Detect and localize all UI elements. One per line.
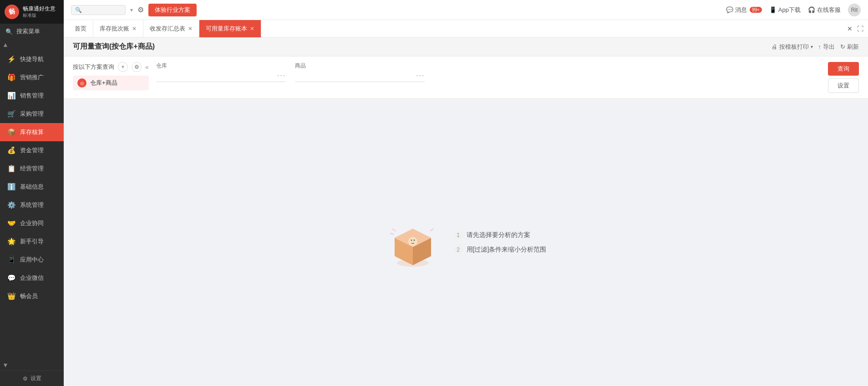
close-all-tabs-button[interactable]: ✕ [847,25,853,32]
tab-collect-summary[interactable]: 收发存汇总表 ✕ [143,20,199,37]
svg-point-6 [411,240,412,241]
tab-close-batch-account[interactable]: ✕ [132,26,137,32]
member-icon: 👑 [7,292,15,300]
sidebar-item-system[interactable]: ⚙️ 系统管理 [0,196,64,214]
enterprise-icon: 🤝 [7,219,15,227]
sidebar-item-operations[interactable]: 📋 经营管理 [0,160,64,178]
tab-close-available-ledger[interactable]: ✕ [250,26,254,32]
page-content: 可用量查询(按仓库+商品) 🖨 按模板打印 ▾ ↑ 导出 ↻ 刷新 [64,37,868,386]
online-service-button[interactable]: 🎧 在线客服 [808,6,841,14]
filter-area: 按以下方案查询 + ⚙ « ◎ 仓库+商品 仓库 ··· [64,57,868,99]
main-content: 🔍 ▾ ⚙ 体验行业方案 💬 消息 99+ 📱 App下载 🎧 在线客服 Rit [64,0,868,386]
product-more-button[interactable]: ··· [416,72,425,80]
export-icon: ↑ [818,43,822,50]
sidebar-item-app-center[interactable]: 📱 应用中心 [0,251,64,269]
trial-button[interactable]: 体验行业方案 [148,4,197,16]
search-menu-item[interactable]: 🔍 搜索菜单 [0,24,64,39]
filter-scheme-item[interactable]: ◎ 仓库+商品 [73,76,149,90]
filter-actions: 查询 设置 [828,62,859,93]
expand-tab-button[interactable]: ⛶ [857,25,863,32]
empty-hints: 1 请先选择要分析的方案 2 用[过滤]条件来缩小分析范围 [454,231,547,254]
finance-icon: 💰 [7,146,15,154]
sidebar-item-basics[interactable]: ℹ️ 基础信息 [0,178,64,196]
warehouse-more-button[interactable]: ··· [277,72,286,80]
settings-button[interactable]: 设置 [828,78,859,93]
app-download-button[interactable]: 📱 App下载 [769,6,801,14]
warehouse-field: 仓库 ··· [156,62,286,82]
filter-label-row: 按以下方案查询 + ⚙ « [73,62,149,72]
print-button[interactable]: 🖨 按模板打印 ▾ [772,43,813,51]
wechat-icon: 💬 [7,274,15,282]
settings-scheme-button[interactable]: ⚙ [132,62,142,72]
message-icon: 💬 [726,6,733,13]
sidebar-scroll-down[interactable]: ▼ [0,360,11,371]
filter-left: 按以下方案查询 + ⚙ « ◎ 仓库+商品 [73,62,149,90]
svg-point-5 [408,237,417,246]
export-button[interactable]: ↑ 导出 [818,43,835,51]
sidebar-item-purchase[interactable]: 🛒 采购管理 [0,105,64,123]
sidebar-item-enterprise[interactable]: 🤝 企业协同 [0,214,64,232]
gear-icon[interactable]: ⚙ [137,5,144,14]
sidebar-scroll-up[interactable]: ▲ [0,39,11,50]
system-icon: ⚙️ [7,201,15,209]
search-input[interactable] [84,7,116,13]
page-title: 可用量查询(按仓库+商品) [73,42,155,51]
svg-line-10 [430,229,433,231]
dropdown-chevron-icon[interactable]: ▾ [130,7,133,13]
sidebar-item-inventory[interactable]: 📦 库存核算 [0,123,64,141]
sidebar-bottom[interactable]: ⚙ 设置 [0,371,64,386]
basics-icon: ℹ️ [7,183,15,191]
print-icon: 🖨 [772,43,777,50]
topbar-search-box[interactable]: 🔍 [71,5,126,15]
brand-header: 畅 畅康通好生意 标准版 [0,0,64,24]
tab-close-collect-summary[interactable]: ✕ [188,26,193,32]
sidebar-item-marketing[interactable]: 🎁 营销推广 [0,68,64,87]
settings-icon: ⚙ [23,376,28,382]
brand-icon: 畅 [5,5,19,19]
refresh-icon: ↻ [840,43,845,50]
sidebar-item-member[interactable]: 👑 畅会员 [0,287,64,305]
sidebar-nav: ⚡ 快捷导航 🎁 营销推广 📊 销售管理 🛒 采购管理 📦 库存核算 💰 资金管… [0,50,64,360]
filter-label: 按以下方案查询 [73,63,114,71]
tab-home[interactable]: 首页 [68,20,93,37]
service-icon: 🎧 [808,6,815,13]
tab-available-ledger[interactable]: 可用量库存账本 ✕ [199,20,261,37]
svg-line-8 [392,229,396,231]
print-dropdown-icon[interactable]: ▾ [811,44,813,49]
sidebar-item-newbie[interactable]: 🌟 新手引导 [0,232,64,251]
add-scheme-button[interactable]: + [118,62,128,72]
operations-icon: 📋 [7,165,15,173]
app-center-icon: 📱 [7,256,15,264]
svg-line-9 [390,233,394,234]
sidebar-item-finance[interactable]: 💰 资金管理 [0,141,64,160]
sidebar: 畅 畅康通好生意 标准版 🔍 搜索菜单 ▲ ⚡ 快捷导航 🎁 营销推广 📊 销售… [0,0,64,386]
topbar-right: 💬 消息 99+ 📱 App下载 🎧 在线客服 Rit [726,4,861,16]
topbar: 🔍 ▾ ⚙ 体验行业方案 💬 消息 99+ 📱 App下载 🎧 在线客服 Rit [64,0,868,20]
user-menu[interactable]: Rit [848,4,861,16]
brand-text: 畅康通好生意 标准版 [23,5,56,19]
refresh-button[interactable]: ↻ 刷新 [840,43,859,51]
quick-nav-icon: ⚡ [7,55,15,63]
search-icon: 🔍 [75,7,82,13]
svg-point-7 [413,240,415,241]
scheme-icon: ◎ [77,78,86,87]
tab-batch-account[interactable]: 库存批次账 ✕ [93,20,143,37]
collapse-filter-button[interactable]: « [145,63,149,71]
message-button[interactable]: 💬 消息 99+ [726,6,762,14]
query-button[interactable]: 查询 [828,62,859,76]
page-header: 可用量查询(按仓库+商品) 🖨 按模板打印 ▾ ↑ 导出 ↻ 刷新 [64,37,868,57]
empty-hint-2: 2 用[过滤]条件来缩小分析范围 [454,245,547,254]
product-input[interactable] [295,72,413,79]
warehouse-input[interactable] [156,72,274,79]
product-field: 商品 ··· [295,62,425,82]
page-header-actions: 🖨 按模板打印 ▾ ↑ 导出 ↻ 刷新 [772,43,859,51]
sidebar-item-wechat[interactable]: 💬 企业微信 [0,269,64,287]
sidebar-item-quick-nav[interactable]: ⚡ 快捷导航 [0,50,64,68]
filter-fields: 仓库 ··· 商品 ··· [156,62,821,82]
tabs-bar: 首页 库存批次账 ✕ 收发存汇总表 ✕ 可用量库存账本 ✕ ✕ ⛶ [64,20,868,37]
sidebar-item-sales[interactable]: 📊 销售管理 [0,87,64,105]
inventory-icon: 📦 [7,128,15,136]
search-icon: 🔍 [5,28,13,35]
newbie-icon: 🌟 [7,237,15,246]
product-input-row: ··· [295,72,425,82]
